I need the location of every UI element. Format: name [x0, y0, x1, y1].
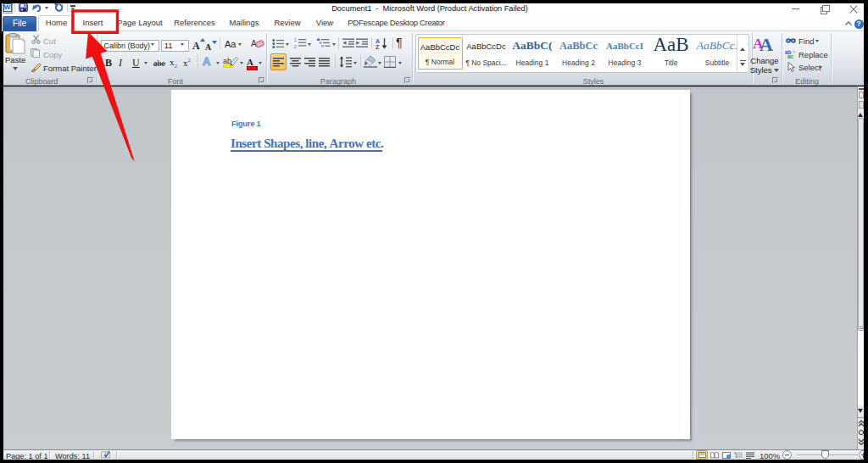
svg-text:1: 1: [294, 38, 297, 42]
svg-text:ac: ac: [787, 53, 794, 59]
svg-text:Z: Z: [376, 44, 380, 50]
svg-text:2: 2: [294, 45, 297, 49]
svg-text:A: A: [376, 38, 380, 44]
svg-text:ab: ab: [223, 57, 231, 65]
